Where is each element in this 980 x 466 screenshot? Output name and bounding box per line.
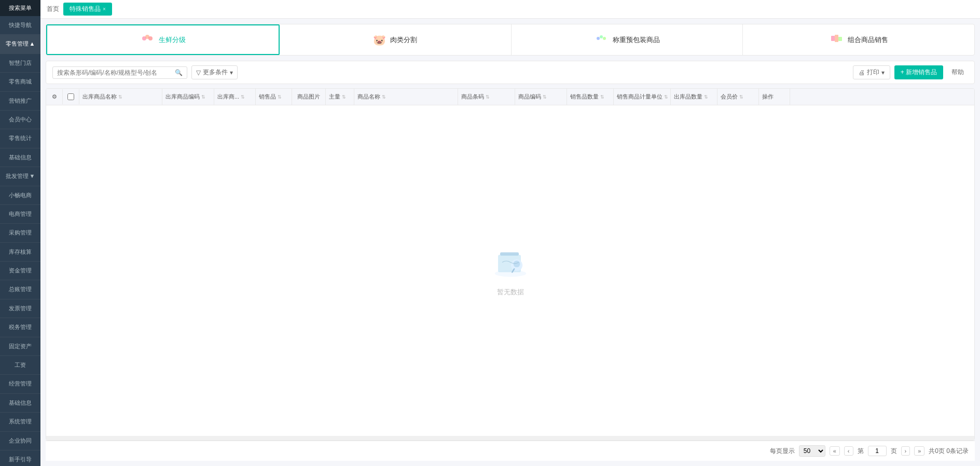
first-page-button[interactable]: « <box>830 446 840 456</box>
meat-cut-icon: 🐷 <box>373 34 386 46</box>
tab-weigh-pack[interactable]: 称重预包装商品 <box>512 24 743 55</box>
last-page-button[interactable]: » <box>914 446 924 456</box>
sidebar-item-payroll[interactable]: 工资 <box>0 356 40 375</box>
sidebar-item-finance[interactable]: 资金管理 <box>0 262 40 280</box>
category-tabs: 生鲜分级 🐷 肉类分割 称重预包装商品 <box>46 24 975 56</box>
tab-combo-label: 组合商品销售 <box>848 35 888 45</box>
sidebar-item-newbie[interactable]: 新手引导 <box>0 450 40 466</box>
sidebar: 搜索菜单 快捷导航 零售管理 ▲ 智慧门店 零售商城 营销推广 会员中心 零售统… <box>0 0 40 466</box>
empty-state: 暂无数据 <box>490 245 531 297</box>
sidebar-item-retail-mgmt[interactable]: 零售管理 ▲ <box>0 35 40 53</box>
print-button[interactable]: 🖨 打印 ▾ <box>853 65 890 79</box>
filter-icon: ▽ <box>196 69 201 76</box>
th-outname: 出库商品名称 ⇅ <box>79 89 162 105</box>
th-checkbox[interactable] <box>63 89 79 104</box>
sort-icon[interactable]: ⇅ <box>600 94 604 100</box>
sidebar-item-marketing[interactable]: 营销推广 <box>0 92 40 111</box>
active-tab[interactable]: 特殊销售品 × <box>63 3 112 16</box>
sort-icon[interactable]: ⇅ <box>342 94 346 100</box>
sidebar-item-basic-info2[interactable]: 基础信息 <box>0 394 40 413</box>
sidebar-item-tax-mgmt[interactable]: 税务管理 <box>0 318 40 337</box>
close-tab-icon[interactable]: × <box>103 6 106 12</box>
per-page-label: 每页显示 <box>770 447 795 456</box>
per-page-select[interactable]: 50 10 20 100 <box>799 445 825 457</box>
sort-icon[interactable]: ⇅ <box>739 94 743 100</box>
svg-rect-6 <box>831 36 835 41</box>
sort-icon[interactable]: ⇅ <box>382 94 386 100</box>
chevron-down-icon: ▾ <box>230 69 233 76</box>
sort-icon[interactable]: ⇅ <box>201 94 205 100</box>
svg-point-3 <box>597 37 600 40</box>
sidebar-item-general-ledger[interactable]: 总账管理 <box>0 280 40 299</box>
sidebar-item-quick-nav[interactable]: 快捷导航 <box>0 16 40 35</box>
th-barcode: 商品条码 ⇅ <box>458 89 515 105</box>
sort-icon[interactable]: ⇅ <box>241 94 245 100</box>
empty-text: 暂无数据 <box>497 287 524 297</box>
th-img: 商品图片 <box>292 89 326 105</box>
sidebar-item-member[interactable]: 会员中心 <box>0 111 40 129</box>
table-body: 暂无数据 <box>46 105 974 436</box>
weigh-pack-icon <box>594 33 609 47</box>
new-sale-item-button[interactable]: + 新增销售品 <box>894 65 943 79</box>
sort-icon[interactable]: ⇅ <box>664 94 668 100</box>
sidebar-item-inventory[interactable]: 库存核算 <box>0 243 40 262</box>
sidebar-item-smart-store[interactable]: 智慧门店 <box>0 54 40 73</box>
sort-icon[interactable]: ⇅ <box>486 94 490 100</box>
search-box[interactable]: 🔍 <box>52 66 187 79</box>
sidebar-item-basic-info[interactable]: 基础信息 <box>0 148 40 167</box>
svg-point-2 <box>148 36 153 40</box>
sidebar-item-ecom-mgmt[interactable]: 电商管理 <box>0 205 40 224</box>
print-dropdown-icon: ▾ <box>881 69 885 76</box>
th-sku: 商品编码 ⇅ <box>515 89 567 105</box>
combo-icon <box>829 33 844 47</box>
tab-meat-cut-label: 肉类分割 <box>390 35 417 45</box>
sidebar-item-sys-mgmt[interactable]: 系统管理 <box>0 413 40 431</box>
next-page-button[interactable]: › <box>901 446 910 456</box>
sort-icon[interactable]: ⇅ <box>704 94 708 100</box>
sidebar-logo[interactable]: 搜索菜单 <box>0 0 40 16</box>
sidebar-item-fixed-assets[interactable]: 固定资产 <box>0 337 40 356</box>
sort-icon[interactable]: ⇅ <box>118 94 122 100</box>
toolbar-left: 🔍 ▽ 更多条件 ▾ <box>52 65 238 79</box>
print-icon: 🖨 <box>859 69 865 76</box>
fresh-grade-icon <box>140 33 155 47</box>
main-area: 首页 特殊销售品 × 生鲜分级 🐷 肉类分割 <box>40 0 980 466</box>
toolbar-right: 🖨 打印 ▾ + 新增销售品 帮助 <box>853 65 968 79</box>
settings-icon: ⚙ <box>52 93 57 100</box>
sidebar-item-company-coop[interactable]: 企业协同 <box>0 432 40 450</box>
search-input[interactable] <box>57 69 173 76</box>
tab-combo[interactable]: 组合商品销售 <box>743 24 974 55</box>
th-outcode: 出库商品编码 ⇅ <box>162 89 214 105</box>
sort-icon[interactable]: ⇅ <box>278 94 282 100</box>
topbar: 首页 特殊销售品 × <box>40 0 980 19</box>
svg-point-13 <box>513 261 520 267</box>
sidebar-item-invoice-mgmt[interactable]: 发票管理 <box>0 299 40 318</box>
th-outqty: 出库品数量 ⇅ <box>671 89 717 105</box>
sidebar-item-ops-mgmt[interactable]: 经营管理 <box>0 375 40 393</box>
select-all-checkbox[interactable] <box>67 93 74 100</box>
horizontal-scrollbar[interactable] <box>46 436 974 440</box>
help-button[interactable]: 帮助 <box>947 66 968 79</box>
sidebar-item-retail-mall[interactable]: 零售商城 <box>0 73 40 91</box>
filter-button[interactable]: ▽ 更多条件 ▾ <box>191 65 238 79</box>
page-number-input[interactable] <box>868 446 887 456</box>
tab-meat-cut[interactable]: 🐷 肉类分割 <box>280 24 512 55</box>
filter-label: 更多条件 <box>203 68 228 77</box>
sidebar-item-purchase-mgmt[interactable]: 采购管理 <box>0 224 40 242</box>
home-tab[interactable]: 首页 <box>47 5 59 13</box>
sort-icon[interactable]: ⇅ <box>543 94 547 100</box>
th-weight: 主量 ⇅ <box>326 89 354 105</box>
page-suffix: 页 <box>891 447 897 456</box>
tab-fresh-grade[interactable]: 生鲜分级 <box>46 24 280 55</box>
sidebar-item-retail-stats[interactable]: 零售统计 <box>0 129 40 148</box>
sidebar-item-mini-ecom[interactable]: 小畅电商 <box>0 186 40 205</box>
th-member: 会员价 ⇅ <box>717 89 759 105</box>
prev-page-button[interactable]: ‹ <box>844 446 853 456</box>
pagination: 每页显示 50 10 20 100 « ‹ 第 页 › » 共0页 0条记录 <box>46 441 975 461</box>
svg-rect-8 <box>838 37 842 41</box>
th-settings[interactable]: ⚙ <box>46 89 63 104</box>
svg-rect-11 <box>500 252 519 255</box>
empty-illustration <box>490 245 531 281</box>
svg-rect-7 <box>835 35 838 42</box>
sidebar-item-wholesale-mgmt[interactable]: 批发管理 ▼ <box>0 167 40 186</box>
